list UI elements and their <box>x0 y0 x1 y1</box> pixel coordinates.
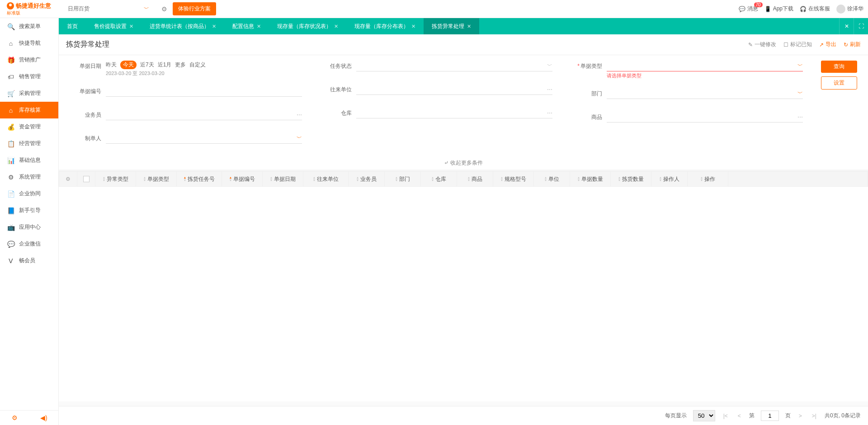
settings-button[interactable]: 设置 <box>821 76 857 90</box>
column-label: 单位 <box>548 175 559 183</box>
sidebar-item-13[interactable]: 💬企业微信 <box>0 236 58 252</box>
export-button[interactable]: ↗ 导出 <box>819 41 836 48</box>
column-header-2[interactable]: ▲▼拣货任务号 <box>177 172 222 186</box>
app-download-button[interactable]: 📱 App下载 <box>764 5 793 13</box>
column-header-14[interactable]: ▲▼操作人 <box>651 172 688 186</box>
column-header-7[interactable]: ▲▼部门 <box>385 172 421 186</box>
column-header-6[interactable]: ▲▼业务员 <box>349 172 385 186</box>
tab-3[interactable]: 配置信息✕ <box>224 18 269 34</box>
sidebar-item-12[interactable]: 📺应用中心 <box>0 219 58 236</box>
close-icon[interactable]: ✕ <box>257 24 261 29</box>
column-header-3[interactable]: ▲▼单据编号 <box>222 172 263 186</box>
ellipsis-icon[interactable]: ⋯ <box>297 112 302 118</box>
chevron-down-icon[interactable]: ﹀ <box>547 62 552 70</box>
query-button[interactable]: 查询 <box>821 61 857 73</box>
sidebar-item-0[interactable]: 🔍搜索菜单 <box>0 18 58 35</box>
sidebar-item-6[interactable]: 💰资金管理 <box>0 118 58 135</box>
column-header-13[interactable]: ▲▼拣货数量 <box>611 172 651 186</box>
user-menu[interactable]: 徐泽华 <box>836 5 863 14</box>
collapse-filters-button[interactable]: ⤶ 收起更多条件 <box>59 156 868 170</box>
close-icon[interactable]: ✕ <box>334 24 338 29</box>
first-page-button[interactable]: |< <box>722 413 730 419</box>
column-header-5[interactable]: ▲▼往来单位 <box>303 172 349 186</box>
close-icon[interactable]: ✕ <box>411 24 415 29</box>
close-icon[interactable]: ✕ <box>212 24 216 29</box>
column-header-11[interactable]: ▲▼单位 <box>534 172 570 186</box>
mark-known-button[interactable]: ☐ 标记已知 <box>783 41 812 48</box>
preset-today[interactable]: 今天 <box>120 61 137 69</box>
preset-last7[interactable]: 近7天 <box>140 61 154 69</box>
close-icon[interactable]: ✕ <box>129 24 133 29</box>
tab-0[interactable]: 首页 <box>59 18 86 34</box>
sidebar-item-10[interactable]: 📄企业协同 <box>0 185 58 202</box>
ellipsis-icon[interactable]: ⋯ <box>797 114 803 120</box>
table-settings-icon[interactable]: ⚙ <box>59 172 77 186</box>
preset-custom[interactable]: 自定义 <box>189 61 206 69</box>
sidebar-item-4[interactable]: 🛒采购管理 <box>0 85 58 102</box>
product-input[interactable]: ⋯ <box>607 112 803 123</box>
settings-icon[interactable]: ⚙ <box>0 411 29 425</box>
dept-label: 部门 <box>571 88 607 98</box>
prev-page-button[interactable]: < <box>736 413 743 419</box>
sidebar-item-3[interactable]: 🏷销售管理 <box>0 68 58 85</box>
chevron-down-icon[interactable]: ﹀ <box>797 90 803 97</box>
partner-input[interactable]: ⋯ <box>356 84 552 95</box>
column-header-8[interactable]: ▲▼仓库 <box>421 172 457 186</box>
maker-input[interactable]: ﹀ <box>106 133 302 144</box>
column-label: 商品 <box>472 175 482 183</box>
next-page-button[interactable]: > <box>797 413 804 419</box>
refresh-button[interactable]: ↻ 刷新 <box>844 41 861 48</box>
sidebar-item-2[interactable]: 🎁营销推广 <box>0 52 58 68</box>
column-header-15[interactable]: ▲▼操作 <box>688 172 728 186</box>
fullscreen-button[interactable]: ⛶ <box>854 18 868 34</box>
menu-label: 畅会员 <box>19 257 35 264</box>
preset-yesterday[interactable]: 昨天 <box>106 61 117 69</box>
tab-1[interactable]: 售价提取设置✕ <box>86 18 142 34</box>
last-page-button[interactable]: >| <box>810 413 818 419</box>
task-status-input[interactable]: ﹀ <box>356 61 552 71</box>
chevron-down-icon[interactable]: ﹀ <box>297 134 302 142</box>
sidebar-item-14[interactable]: Ⅴ畅会员 <box>0 252 58 269</box>
sidebar-item-8[interactable]: 📊基础信息 <box>0 152 58 169</box>
billno-input[interactable] <box>106 86 302 97</box>
column-header-1[interactable]: ▲▼单据类型 <box>136 172 177 186</box>
gear-icon[interactable]: ⚙ <box>161 5 167 13</box>
salesman-input[interactable]: ⋯ <box>106 109 302 120</box>
close-tabs-button[interactable]: ✕ <box>839 18 854 34</box>
domain-selector[interactable]: 日用百货 ﹀ <box>68 5 156 13</box>
tab-2[interactable]: 进货单统计表（按商品）✕ <box>142 18 224 34</box>
menu-label: 经营管理 <box>19 140 41 147</box>
cta-button[interactable]: 体验行业方案 <box>173 2 216 15</box>
horizontal-scrollbar[interactable] <box>59 401 868 406</box>
preset-more[interactable]: 更多 <box>175 61 186 69</box>
close-icon[interactable]: ✕ <box>467 24 471 29</box>
sidebar-item-5[interactable]: ⌂库存核算 <box>0 102 58 118</box>
sidebar-item-11[interactable]: 📘新手引导 <box>0 202 58 219</box>
ellipsis-icon[interactable]: ⋯ <box>547 86 552 93</box>
batch-edit-button[interactable]: ✎ 一键修改 <box>748 41 776 48</box>
column-header-10[interactable]: ▲▼规格型号 <box>493 172 534 186</box>
chevron-down-icon[interactable]: ﹀ <box>797 62 803 70</box>
sidebar-item-1[interactable]: ⌂快捷导航 <box>0 35 58 52</box>
column-header-12[interactable]: ▲▼单据数量 <box>570 172 611 186</box>
select-all-checkbox[interactable] <box>83 176 90 182</box>
ellipsis-icon[interactable]: ⋯ <box>547 110 552 116</box>
online-service-button[interactable]: 🎧 在线客服 <box>800 5 830 13</box>
column-header-0[interactable]: ▲▼异常类型 <box>95 172 136 186</box>
dept-input[interactable]: ﹀ <box>607 88 803 99</box>
tab-6[interactable]: 拣货异常处理✕ <box>424 18 479 34</box>
bill-type-input[interactable]: ﹀ <box>607 61 803 71</box>
headset-icon: 🎧 <box>800 6 807 12</box>
tab-4[interactable]: 现存量（库存状况表）✕ <box>269 18 346 34</box>
collapse-sidebar-icon[interactable]: ◀) <box>29 411 59 425</box>
messages-button[interactable]: 💬 消息 70 <box>739 5 758 13</box>
sidebar-item-7[interactable]: 📋经营管理 <box>0 135 58 152</box>
page-input[interactable] <box>761 411 779 421</box>
tab-5[interactable]: 现存量（库存分布表）✕ <box>346 18 424 34</box>
column-header-4[interactable]: ▲▼单据日期 <box>263 172 303 186</box>
column-header-9[interactable]: ▲▼商品 <box>457 172 493 186</box>
warehouse-input[interactable]: ⋯ <box>356 108 552 118</box>
sidebar-item-9[interactable]: ⚙系统管理 <box>0 169 58 185</box>
preset-last-month[interactable]: 近1月 <box>158 61 172 69</box>
per-page-select[interactable]: 50 <box>693 410 715 421</box>
